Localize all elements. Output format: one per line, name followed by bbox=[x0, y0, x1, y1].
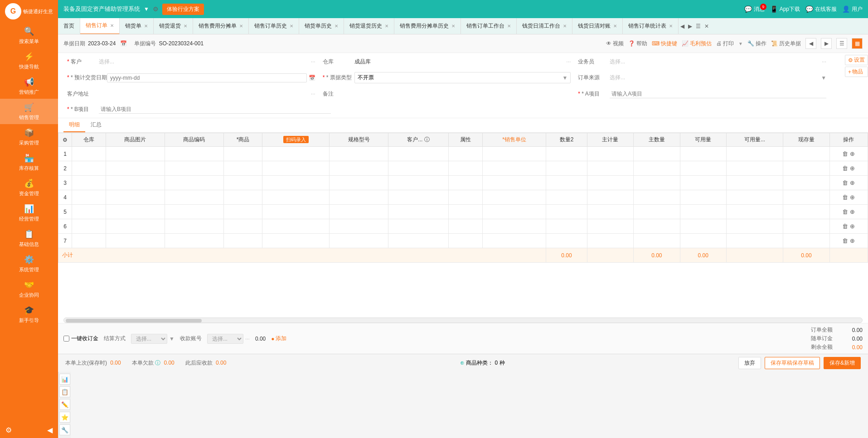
row-scan-2[interactable] bbox=[262, 161, 330, 176]
row-product-6[interactable] bbox=[223, 219, 262, 234]
th-qty2[interactable]: 数量2 bbox=[546, 133, 587, 147]
sidebar-item-operation[interactable]: 📊 经营管理 bbox=[0, 200, 58, 226]
row-scan-7[interactable] bbox=[262, 234, 330, 248]
row-main-qty-6[interactable] bbox=[634, 219, 680, 234]
row-main-unit-5[interactable] bbox=[587, 205, 633, 219]
history-btn[interactable]: 📜 历史单据 bbox=[771, 40, 801, 48]
sidebar-item-basic[interactable]: 📋 基础信息 bbox=[0, 226, 58, 251]
customer-input[interactable]: 选择... bbox=[99, 58, 311, 66]
row-main-qty-4[interactable] bbox=[634, 190, 680, 205]
warehouse-expand-icon[interactable]: ··· bbox=[566, 58, 571, 65]
tab-daily-reconcile[interactable]: 钱货日清对账 ✕ bbox=[572, 18, 623, 34]
th-settings[interactable]: ⚙ bbox=[58, 133, 72, 147]
add-goods-button[interactable]: + 物品 bbox=[845, 67, 868, 77]
row-current-qty-2[interactable] bbox=[783, 161, 829, 176]
th-main-qty[interactable]: 主数量 bbox=[634, 133, 680, 147]
row-scan-5[interactable] bbox=[262, 205, 330, 219]
tab-close-icon[interactable]: ✕ bbox=[385, 24, 388, 29]
row-image-5[interactable] bbox=[106, 205, 165, 219]
row-main-qty-7[interactable] bbox=[634, 234, 680, 248]
sidebar-item-purchase[interactable]: 📦 采购管理 bbox=[0, 124, 58, 149]
row-image-7[interactable] bbox=[106, 234, 165, 248]
row-available2-6[interactable] bbox=[727, 219, 783, 234]
right-sidebar-clipboard-icon[interactable]: 📋 bbox=[59, 386, 70, 397]
user-avatar[interactable]: 👤 用户 bbox=[842, 5, 863, 13]
sidebar-item-inventory[interactable]: 🏪 库存核算 bbox=[0, 149, 58, 175]
salesperson-input[interactable]: 选择... bbox=[610, 58, 822, 66]
copy-icon[interactable]: ⊕ bbox=[850, 208, 855, 215]
row-warehouse-7[interactable] bbox=[72, 234, 106, 248]
tab-close-icon[interactable]: ✕ bbox=[239, 24, 243, 29]
row-attr-1[interactable] bbox=[448, 147, 482, 161]
row-main-unit-2[interactable] bbox=[587, 161, 633, 176]
tab-daily-workbench[interactable]: 钱货日清工作台 ✕ bbox=[517, 18, 572, 34]
row-available2-1[interactable] bbox=[727, 147, 783, 161]
right-sidebar-chart-icon[interactable]: 📊 bbox=[59, 374, 70, 385]
tab-sales-return-history[interactable]: 销货退货历史 ✕ bbox=[344, 18, 394, 34]
date-value[interactable]: 2023-03-24 bbox=[88, 40, 116, 47]
row-available-5[interactable] bbox=[680, 205, 726, 219]
row-unit-2[interactable] bbox=[482, 161, 546, 176]
customer-expand-icon[interactable]: ··· bbox=[311, 58, 315, 65]
row-unit-3[interactable] bbox=[482, 176, 546, 190]
th-warehouse[interactable]: 仓库 bbox=[72, 133, 106, 147]
tab-prev-icon[interactable]: ◀ bbox=[679, 23, 686, 29]
th-product[interactable]: *商品 bbox=[223, 133, 262, 147]
row-available-6[interactable] bbox=[680, 219, 726, 234]
operation-btn[interactable]: 🔧 操作 bbox=[747, 40, 766, 48]
row-qty2-2[interactable] bbox=[546, 161, 587, 176]
gear-settings-icon[interactable]: ⚙ bbox=[153, 5, 159, 13]
th-current-qty[interactable]: 现存量 bbox=[783, 133, 829, 147]
delete-icon[interactable]: 🗑 bbox=[842, 194, 848, 201]
th-unit[interactable]: *销售单位 bbox=[482, 133, 546, 147]
row-action-4[interactable]: 🗑⊕ bbox=[829, 190, 868, 205]
next-record-icon[interactable]: ▶ bbox=[821, 38, 832, 49]
payment-method-select[interactable]: 选择... bbox=[131, 334, 167, 344]
row-warehouse-4[interactable] bbox=[72, 190, 106, 205]
row-product-1[interactable] bbox=[223, 147, 262, 161]
row-spec-3[interactable] bbox=[330, 176, 388, 190]
row-main-unit-4[interactable] bbox=[587, 190, 633, 205]
row-code-3[interactable] bbox=[165, 176, 223, 190]
row-spec-5[interactable] bbox=[330, 205, 388, 219]
row-spec-4[interactable] bbox=[330, 190, 388, 205]
row-action-1[interactable]: 🗑⊕ bbox=[829, 147, 868, 161]
row-scan-1[interactable] bbox=[262, 147, 330, 161]
sidebar-item-search[interactable]: 🔍 搜索菜单 bbox=[0, 23, 58, 48]
row-customer-code-1[interactable] bbox=[388, 147, 449, 161]
row-attr-5[interactable] bbox=[448, 205, 482, 219]
row-unit-4[interactable] bbox=[482, 190, 546, 205]
row-product-2[interactable] bbox=[223, 161, 262, 176]
copy-icon[interactable]: ⊕ bbox=[850, 223, 855, 230]
order-source-input[interactable]: 选择... bbox=[610, 74, 821, 82]
calendar2-icon[interactable]: 📅 bbox=[309, 75, 315, 81]
row-qty2-1[interactable] bbox=[546, 147, 587, 161]
row-action-7[interactable]: 🗑⊕ bbox=[829, 234, 868, 248]
row-main-unit-7[interactable] bbox=[587, 234, 633, 248]
delete-icon[interactable]: 🗑 bbox=[842, 208, 848, 215]
right-sidebar-star-icon[interactable]: ⭐ bbox=[59, 412, 70, 423]
row-qty2-4[interactable] bbox=[546, 190, 587, 205]
row-warehouse-3[interactable] bbox=[72, 176, 106, 190]
th-available2[interactable]: 可用量... bbox=[727, 133, 783, 147]
tab-close-icon[interactable]: ✕ bbox=[110, 23, 114, 28]
row-current-qty-7[interactable] bbox=[783, 234, 829, 248]
tab-sales-return[interactable]: 销货退货 ✕ bbox=[154, 18, 193, 34]
row-attr-3[interactable] bbox=[448, 176, 482, 190]
th-code[interactable]: 商品编码 bbox=[165, 133, 223, 147]
one-click-label[interactable]: 一键收订金 bbox=[63, 335, 98, 342]
discard-button[interactable]: 放弃 bbox=[738, 357, 761, 369]
industry-solution-button[interactable]: 体验行业方案 bbox=[162, 4, 204, 15]
print-dropdown-icon[interactable]: ▼ bbox=[738, 41, 743, 46]
sidebar-item-sales[interactable]: 🛒 销售管理 bbox=[0, 99, 58, 124]
tab-menu-icon[interactable]: ☰ bbox=[694, 23, 703, 29]
row-spec-1[interactable] bbox=[330, 147, 388, 161]
row-code-1[interactable] bbox=[165, 147, 223, 161]
row-attr-4[interactable] bbox=[448, 190, 482, 205]
th-action[interactable]: 操作 bbox=[829, 133, 868, 147]
row-main-qty-1[interactable] bbox=[634, 147, 680, 161]
tab-expense-history[interactable]: 销售费用分摊单历史 ✕ bbox=[394, 18, 461, 34]
row-qty2-3[interactable] bbox=[546, 176, 587, 190]
row-product-7[interactable] bbox=[223, 234, 262, 248]
address-expand-icon[interactable]: ··· bbox=[311, 91, 315, 97]
